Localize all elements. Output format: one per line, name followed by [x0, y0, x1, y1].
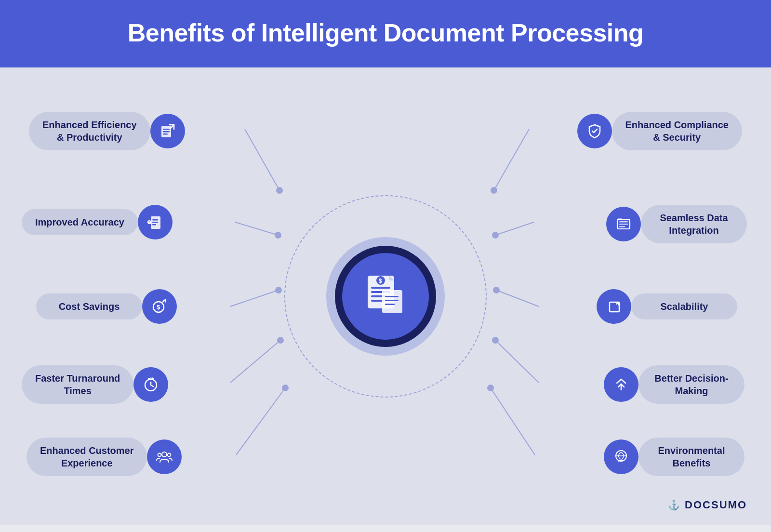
compliance-label: Enhanced Compliance& Security	[612, 112, 743, 150]
svg-rect-29	[385, 300, 399, 301]
svg-rect-48	[619, 224, 628, 225]
svg-line-9	[491, 388, 535, 455]
svg-point-17	[493, 287, 500, 293]
svg-point-14	[282, 385, 289, 391]
svg-rect-50	[618, 218, 622, 220]
svg-line-6	[495, 222, 534, 235]
svg-rect-34	[163, 133, 168, 135]
svg-point-11	[275, 232, 281, 239]
benefit-compliance: Enhanced Compliance& Security	[577, 112, 743, 150]
svg-rect-47	[619, 221, 628, 223]
efficiency-label: Enhanced Efficiency& Productivity	[29, 112, 150, 150]
svg-line-8	[495, 340, 539, 383]
content-area: $ E	[0, 67, 771, 525]
svg-point-44	[158, 453, 161, 457]
svg-point-10	[276, 187, 283, 194]
svg-point-18	[492, 337, 499, 344]
benefit-scalability: Scalability	[597, 289, 737, 324]
customer-icon	[147, 439, 182, 474]
page-wrapper: Benefits of Intelligent Document Process…	[0, 0, 771, 525]
scalability-label: Scalability	[631, 293, 737, 319]
svg-line-2	[230, 290, 279, 306]
svg-point-15	[491, 187, 497, 194]
seamless-label: Seamless DataIntegration	[641, 205, 747, 243]
svg-line-3	[230, 340, 280, 383]
svg-line-1	[235, 222, 278, 235]
benefit-seamless: Seamless DataIntegration	[606, 205, 747, 243]
logo-area: ⚓ DOCSUMO	[668, 499, 747, 511]
accuracy-label: Improved Accuracy	[22, 209, 138, 235]
header: Benefits of Intelligent Document Process…	[0, 0, 771, 67]
svg-rect-30	[385, 304, 395, 305]
svg-line-0	[245, 129, 279, 190]
svg-point-12	[275, 287, 282, 293]
svg-rect-27	[382, 290, 402, 313]
benefit-efficiency: Enhanced Efficiency& Productivity	[29, 112, 185, 150]
svg-point-45	[168, 453, 171, 457]
center-circle: $	[335, 246, 436, 347]
environmental-label: EnvironmentalBenefits	[638, 438, 744, 476]
customer-label: Enhanced CustomerExperience	[27, 438, 147, 476]
svg-point-19	[487, 385, 494, 391]
logo-icon: ⚓	[668, 499, 680, 511]
benefit-accuracy: Improved Accuracy	[22, 205, 173, 239]
cost-label: Cost Savings	[36, 293, 142, 319]
svg-rect-49	[619, 226, 625, 227]
svg-rect-37	[152, 222, 158, 223]
svg-rect-36	[152, 219, 158, 221]
svg-rect-28	[385, 296, 399, 297]
benefit-faster: Faster TurnaroundTimes	[22, 365, 168, 404]
faster-label: Faster TurnaroundTimes	[22, 365, 133, 404]
seamless-icon	[606, 207, 641, 241]
environmental-icon	[604, 439, 638, 474]
benefit-cost: $ Cost Savings	[36, 289, 177, 324]
decision-icon	[604, 367, 638, 402]
svg-rect-32	[163, 129, 170, 130]
cost-icon: $	[142, 289, 177, 324]
benefit-environmental: EnvironmentalBenefits	[604, 438, 744, 476]
svg-line-4	[236, 388, 285, 455]
scalability-icon	[597, 289, 631, 324]
accuracy-icon	[138, 205, 173, 239]
svg-point-43	[162, 452, 167, 457]
svg-point-16	[492, 232, 499, 239]
faster-icon	[133, 367, 168, 402]
svg-rect-33	[163, 131, 170, 133]
logo-text: DOCSUMO	[685, 499, 747, 511]
page-title: Benefits of Intelligent Document Process…	[0, 18, 771, 47]
svg-text:$: $	[157, 304, 160, 311]
svg-rect-21	[371, 287, 390, 289]
svg-line-5	[494, 129, 529, 190]
benefit-customer: Enhanced CustomerExperience	[27, 438, 182, 476]
compliance-icon	[577, 114, 612, 148]
svg-rect-38	[152, 224, 156, 226]
decision-label: Better Decision-Making	[638, 365, 744, 404]
efficiency-icon	[150, 114, 185, 148]
center-icon: $	[342, 253, 429, 340]
svg-line-7	[496, 290, 539, 306]
svg-point-13	[277, 337, 284, 344]
benefit-decision: Better Decision-Making	[604, 365, 744, 404]
svg-text:$: $	[379, 278, 382, 284]
